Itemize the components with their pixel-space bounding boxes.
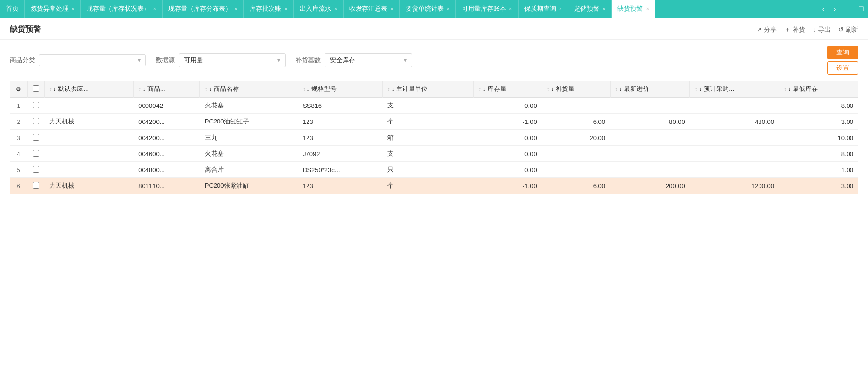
- query-button[interactable]: 查询: [827, 46, 858, 59]
- row-supplier: [44, 98, 133, 114]
- th-est-purchase[interactable]: ↕ 预计采购...: [690, 81, 779, 98]
- tab-label: 收发存汇总表: [349, 4, 387, 13]
- row-stock-qty: -1.00: [473, 178, 542, 194]
- row-product-name: 火花塞: [200, 98, 298, 114]
- tab-close-recv-summary[interactable]: ×: [390, 6, 393, 12]
- row-checkbox[interactable]: [27, 98, 44, 114]
- row-est-purchase: [690, 162, 779, 178]
- row-select-checkbox[interactable]: [33, 182, 39, 189]
- filter-datasource-label: 数据源: [156, 56, 175, 65]
- tab-overstock[interactable]: 超储预警×: [568, 0, 612, 18]
- row-product-name: 离合片: [200, 162, 298, 178]
- table-row: 2 力天机械 004200... PC200油缸缸子 123 个 -1.00 6…: [10, 114, 858, 130]
- tab-batch-account[interactable]: 库存批次账×: [244, 0, 293, 18]
- tab-close-expiry-query[interactable]: ×: [559, 6, 562, 12]
- row-latest-price: [610, 98, 690, 114]
- share-action[interactable]: ↗分享: [757, 25, 777, 34]
- tab-close-inout-flow[interactable]: ×: [334, 6, 337, 12]
- th-min-stock[interactable]: ↕ 最低库存: [779, 81, 858, 98]
- tab-label: 缺货预警: [617, 4, 643, 13]
- row-unit: 支: [382, 98, 473, 114]
- th-spec[interactable]: ↕ 规格型号: [298, 81, 382, 98]
- filter-restock-label: 补货基数: [295, 56, 321, 65]
- tab-shortage[interactable]: 缺货预警×: [612, 0, 655, 18]
- tab-close-order-stats[interactable]: ×: [447, 6, 450, 12]
- th-product-code[interactable]: ↕ 商品...: [133, 81, 199, 98]
- row-select-checkbox[interactable]: [33, 166, 39, 173]
- restock-label: 补货: [793, 25, 805, 34]
- filter-datasource-select[interactable]: 可用量 ▾: [179, 53, 286, 67]
- row-select-checkbox[interactable]: [33, 134, 39, 141]
- row-min-stock: 3.00: [779, 114, 858, 130]
- filter-category-arrow: ▾: [138, 57, 141, 64]
- tab-stock-dist[interactable]: 现存量（库存分布表）×: [163, 0, 244, 18]
- row-checkbox[interactable]: [27, 146, 44, 162]
- table-body: 1 0000042 火花塞 SS816 支 0.00 8.00 2 力天机械 0…: [10, 98, 858, 194]
- tab-order-stats[interactable]: 要货单统计表×: [400, 0, 456, 18]
- row-index: 6: [10, 178, 27, 194]
- row-product-code: 004200...: [133, 114, 199, 130]
- row-min-stock: 3.00: [779, 178, 858, 194]
- refresh-action[interactable]: ↺刷新: [838, 25, 858, 34]
- tab-inout-flow[interactable]: 出入库流水×: [294, 0, 344, 18]
- row-restock-qty: 6.00: [542, 178, 610, 194]
- filter-datasource-value: 可用量: [184, 56, 203, 65]
- tab-recv-summary[interactable]: 收发存汇总表×: [344, 0, 399, 18]
- filter-category-label: 商品分类: [10, 56, 35, 65]
- filter-category-group: 商品分类 ▾: [10, 54, 146, 66]
- th-restock-qty[interactable]: ↕ 补货量: [542, 81, 610, 98]
- tab-label: 炼货异常处理: [31, 4, 69, 13]
- table-row: 1 0000042 火花塞 SS816 支 0.00 8.00: [10, 98, 858, 114]
- tab-minimize-all[interactable]: —: [841, 0, 854, 18]
- row-restock-qty: 6.00: [542, 114, 610, 130]
- row-unit: 个: [382, 114, 473, 130]
- row-product-name: PC200张紧油缸: [200, 178, 298, 194]
- tab-maximize[interactable]: ☐: [854, 0, 868, 18]
- tab-close-stock-status[interactable]: ×: [153, 6, 156, 12]
- filter-category-select[interactable]: ▾: [39, 54, 146, 66]
- tab-avail-ledger[interactable]: 可用量库存账本×: [456, 0, 518, 18]
- th-supplier[interactable]: ↕ 默认供应...: [44, 81, 133, 98]
- row-checkbox[interactable]: [27, 130, 44, 146]
- row-est-purchase: 1200.00: [690, 178, 779, 194]
- th-checkbox[interactable]: [27, 81, 44, 98]
- row-index: 2: [10, 114, 27, 130]
- th-unit[interactable]: ↕ 主计量单位: [382, 81, 473, 98]
- row-restock-qty: [542, 162, 610, 178]
- filter-restock-select[interactable]: 安全库存 ▾: [325, 53, 412, 67]
- tab-yx-exception[interactable]: 炼货异常处理×: [25, 0, 81, 18]
- row-latest-price: [610, 162, 690, 178]
- row-checkbox[interactable]: [27, 178, 44, 194]
- tab-close-yx-exception[interactable]: ×: [72, 6, 74, 12]
- row-select-checkbox[interactable]: [33, 102, 39, 108]
- th-product-name[interactable]: ↕ 商品名称: [200, 81, 298, 98]
- tab-close-shortage[interactable]: ×: [646, 6, 649, 12]
- row-checkbox[interactable]: [27, 162, 44, 178]
- tab-label: 出入库流水: [300, 4, 331, 13]
- restock-action[interactable]: ＋补货: [784, 25, 805, 34]
- tab-close-batch-account[interactable]: ×: [284, 6, 287, 12]
- tab-stock-status[interactable]: 现存量（库存状况表）×: [81, 0, 162, 18]
- row-checkbox[interactable]: [27, 114, 44, 130]
- tab-close-stock-dist[interactable]: ×: [235, 6, 237, 12]
- row-supplier: 力天机械: [44, 114, 133, 130]
- tab-home[interactable]: 首页: [0, 0, 25, 18]
- tab-nav-next[interactable]: ›: [829, 0, 841, 18]
- row-select-checkbox[interactable]: [33, 150, 39, 157]
- row-product-code: 0000042: [133, 98, 199, 114]
- page-title: 缺货预警: [10, 24, 41, 35]
- row-supplier: [44, 146, 133, 162]
- tab-nav-prev[interactable]: ‹: [817, 0, 829, 18]
- export-action[interactable]: ↓导出: [813, 25, 831, 34]
- th-stock-qty[interactable]: ↕ 库存量: [473, 81, 542, 98]
- th-latest-price[interactable]: ↕ 最新进价: [610, 81, 690, 98]
- settings-button[interactable]: 设置: [827, 61, 858, 75]
- row-select-checkbox[interactable]: [33, 118, 39, 124]
- tab-close-avail-ledger[interactable]: ×: [509, 6, 512, 12]
- tab-label: 首页: [6, 4, 18, 13]
- select-all-checkbox[interactable]: [33, 85, 39, 92]
- row-product-name: 火花塞: [200, 146, 298, 162]
- tab-close-overstock[interactable]: ×: [602, 6, 605, 12]
- th-settings[interactable]: ⚙: [10, 81, 27, 98]
- tab-expiry-query[interactable]: 保质期查询×: [519, 0, 568, 18]
